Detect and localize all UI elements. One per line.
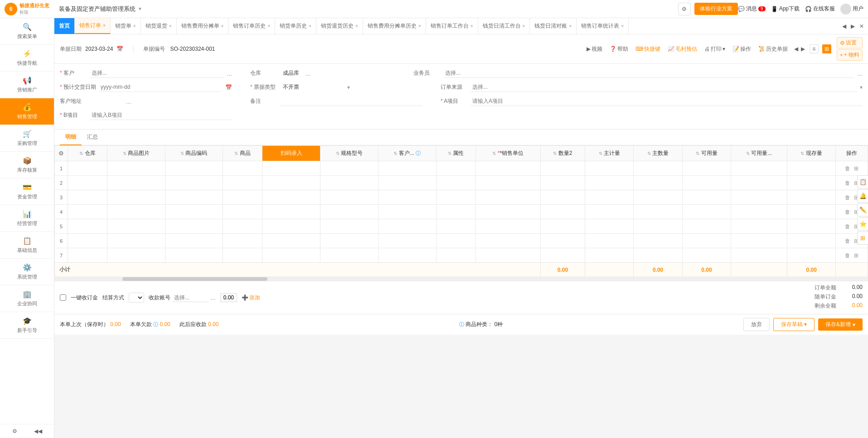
row-warehouse-6[interactable] [68,234,107,248]
row-warehouse-3[interactable] [68,190,107,205]
detail-tab-detail[interactable]: 明细 [60,130,82,145]
one-click-deposit-checkbox[interactable] [60,294,66,301]
row-attribute-2[interactable] [436,176,475,190]
scan-input-button[interactable]: 扫码录入 [278,149,305,158]
row-spec-5[interactable] [320,219,378,234]
tab-close-all-button[interactable]: ✕ [858,22,866,30]
rfp-bell-button[interactable]: 🔔 [857,189,868,202]
delete-row-3-button[interactable]: 🗑 [845,194,850,201]
row-qty2-7[interactable] [540,248,585,263]
row-main-qty-6[interactable] [634,234,682,248]
row-main-qty-3[interactable] [634,190,682,205]
tab-home[interactable]: 首页 [54,18,75,34]
th-settings[interactable]: ⚙ [55,146,68,161]
row-code-6[interactable] [165,234,223,248]
row-warehouse-7[interactable] [68,248,107,263]
row-customer-code-3[interactable] [378,190,436,205]
tab-close-order-history[interactable]: × [267,24,270,29]
history-orders-button[interactable]: 📜 历史单据 [756,44,790,54]
tab-sales-refund-history[interactable]: 销货退货历史 × [316,18,363,34]
sidebar-item-quicknav[interactable]: ⚡ 快捷导航 [0,45,54,72]
payment-method-select[interactable] [129,293,144,303]
sidebar-item-search[interactable]: 🔍 搜索菜单 [0,18,54,45]
rfp-star-button[interactable]: ⭐ [857,217,868,231]
row-attribute-4[interactable] [436,205,475,219]
tab-cash-daily-workbench[interactable]: 钱货日清工作台 × [478,18,530,34]
sidebar-item-inventory[interactable]: 📦 库存核算 [0,152,54,178]
rfp-edit-button[interactable]: ✏️ [857,203,868,217]
discard-button[interactable]: 放弃 [743,318,770,331]
tab-close-order-workbench[interactable]: × [470,24,473,29]
settings-gear-button[interactable]: ⚙ [678,3,691,15]
row-product-7[interactable] [223,248,262,263]
row-spec-2[interactable] [320,176,378,190]
sidebar-item-purchase[interactable]: 🛒 采购管理 [0,125,54,152]
scroll-thumb[interactable] [122,277,267,281]
sidebar-item-basic[interactable]: 📋 基础信息 [0,232,54,259]
tab-close-cash-reconcile[interactable]: × [569,24,572,29]
row-product-4[interactable] [223,205,262,219]
row-product-1[interactable] [223,161,262,176]
delete-row-4-button[interactable]: 🗑 [845,209,850,215]
tab-sales-order[interactable]: 销售订单 × [75,18,111,34]
remark-input[interactable] [280,96,422,106]
column-settings-icon[interactable]: ⚙ [58,150,64,157]
row-attribute-7[interactable] [436,248,475,263]
rfp-clipboard-button[interactable]: 📋 [857,175,868,188]
tab-close-sales-order[interactable]: × [103,23,106,28]
tab-sales-refund[interactable]: 销货退货 × [141,18,177,34]
row-customer-code-7[interactable] [378,248,436,263]
delete-row-6-button[interactable]: 🗑 [845,238,850,244]
salesperson-input[interactable] [443,68,854,78]
tab-sales-stats[interactable]: 销售订单统计表 × [577,18,629,34]
row-customer-code-5[interactable] [378,219,436,234]
account-ellipsis-button[interactable]: ... [210,294,216,301]
row-code-4[interactable] [165,205,223,219]
tab-close-expense-history[interactable]: × [418,24,421,29]
profit-estimate-button[interactable]: 📈 毛利预估 [666,44,699,54]
row-customer-code-6[interactable] [378,234,436,248]
app-download-button[interactable]: 📱 App下载 [771,5,800,13]
row-qty2-6[interactable] [540,234,585,248]
sidebar-item-enterprise[interactable]: 🏢 企业协同 [0,285,54,312]
row-sales-unit-1[interactable] [475,161,540,176]
row-spec-7[interactable] [320,248,378,263]
save-draft-button[interactable]: 保存草稿 ▾ [773,318,815,331]
row-qty2-2[interactable] [540,176,585,190]
delete-row-5-button[interactable]: 🗑 [845,223,850,230]
delete-row-1-button[interactable]: 🗑 [845,165,850,172]
row-spec-6[interactable] [320,234,378,248]
row-sales-unit-4[interactable] [475,205,540,219]
customer-ellipsis-button[interactable]: ... [227,70,232,77]
copy-row-1-button[interactable]: ⊞ [854,165,858,172]
tab-sales-order-workbench[interactable]: 销售订单工作台 × [426,18,478,34]
online-service-button[interactable]: 🎧 在线客服 [805,5,835,13]
row-spec-3[interactable] [320,190,378,205]
row-code-2[interactable] [165,176,223,190]
row-warehouse-1[interactable] [68,161,107,176]
row-code-1[interactable] [165,161,223,176]
row-attribute-1[interactable] [436,161,475,176]
save-new-button[interactable]: 保存&新增 ▾ [818,318,863,331]
message-button[interactable]: 💬 消息 9 [738,5,766,13]
view-video-button[interactable]: ▶ 视频 [585,44,604,54]
delivery-calendar-icon[interactable]: 📅 [225,84,232,91]
delete-row-2-button[interactable]: 🗑 [845,180,850,186]
user-menu-button[interactable]: 用户 [840,4,863,14]
row-main-qty-2[interactable] [634,176,682,190]
row-product-2[interactable] [223,176,262,190]
shortcut-button[interactable]: ⌨ 快捷键 [634,44,662,54]
project-a-input[interactable] [470,96,863,106]
row-warehouse-5[interactable] [68,219,107,234]
sidebar-item-operations[interactable]: 📊 经营管理 [0,205,54,232]
tab-close-return-history[interactable]: × [309,24,311,29]
tab-close-sales-stats[interactable]: × [621,24,624,29]
add-deposit-button[interactable]: ➕ 添加 [242,294,260,302]
row-qty2-5[interactable] [540,219,585,234]
tab-sales-return[interactable]: 销货单 × [111,18,141,34]
row-main-qty-5[interactable] [634,219,682,234]
customer-address-ellipsis[interactable]: ... [126,98,131,105]
row-sales-unit-3[interactable] [475,190,540,205]
row-sales-unit-7[interactable] [475,248,540,263]
row-warehouse-4[interactable] [68,205,107,219]
